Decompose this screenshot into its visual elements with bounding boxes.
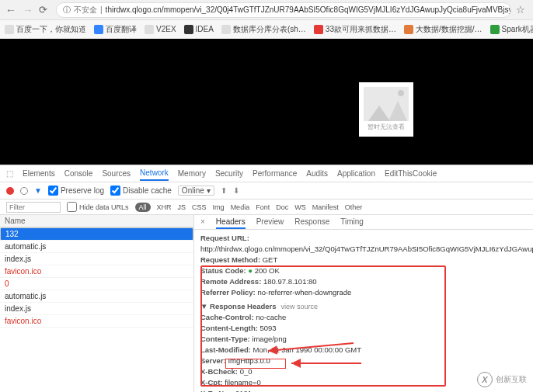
detail-tab-preview[interactable]: Preview (256, 217, 284, 227)
favicon-icon (221, 25, 231, 34)
favicon-icon (94, 25, 103, 34)
filter-type[interactable]: Img (213, 203, 225, 211)
placeholder-text: 暂时无法查看 (364, 123, 409, 131)
tab-console[interactable]: Console (64, 169, 93, 178)
request-row[interactable]: 0 (0, 278, 193, 290)
header-row: Referrer Policy: no-referrer-when-downgr… (200, 287, 527, 298)
address-bar[interactable]: ⓘ 不安全 | thirdwx.qlogo.cn/mmopen/vi_32/Q0… (56, 2, 511, 18)
favicon-icon (314, 25, 323, 34)
request-row[interactable]: index.js (0, 303, 193, 315)
header-row: X-ErrNo: -6101 (200, 388, 527, 392)
filter-type[interactable]: Manifest (312, 203, 339, 211)
favicon-icon (145, 25, 154, 34)
request-row[interactable]: index.js (0, 253, 193, 265)
request-row[interactable]: automatic.js (0, 241, 193, 253)
request-detail: × Headers Preview Response Timing Reques… (194, 215, 533, 392)
record-button[interactable] (6, 187, 14, 195)
watermark: X 创新互联 (477, 372, 527, 387)
header-row: Request URL: http://thirdwx.qlogo.cn/mmo… (200, 233, 527, 255)
header-row: Request Method: GET (200, 255, 527, 265)
tab-security[interactable]: Security (215, 169, 243, 178)
favicon-icon (184, 25, 193, 34)
network-filter-bar: Hide data URLs All XHR JS CSS Img Media … (0, 199, 533, 215)
detail-tabs: × Headers Preview Response Timing (194, 215, 533, 230)
filter-type-all[interactable]: All (135, 203, 151, 212)
network-toolbar: ▼ Preserve log Disable cache Online ▾ ⬆ … (0, 182, 533, 199)
filter-type[interactable]: Doc (276, 203, 288, 211)
tab-elements[interactable]: Elements (23, 169, 55, 178)
tab-application[interactable]: Application (337, 169, 375, 178)
tab-sources[interactable]: Sources (102, 169, 131, 178)
filter-icon[interactable]: ▼ (34, 186, 42, 195)
tab-performance[interactable]: Performance (253, 169, 297, 178)
response-headers-title[interactable]: ▼ Response Headersview source (200, 301, 527, 312)
placeholder-picture-icon (364, 87, 409, 121)
image-placeholder: 暂时无法查看 (359, 82, 413, 137)
header-row: Content-Type: image/png (200, 334, 527, 345)
preserve-log-checkbox[interactable]: Preserve log (48, 186, 104, 196)
header-row: Cache-Control: no-cache (200, 312, 527, 323)
header-row: Last-Modified: Mon, 01 Jan 1990 00:00:00… (200, 345, 527, 356)
reload-button[interactable]: ⟳ (39, 4, 51, 16)
bookmark-item[interactable]: 33款可用来抓数据… (314, 24, 396, 35)
page-content: 暂时无法查看 (0, 39, 533, 165)
watermark-text: 创新互联 (496, 374, 527, 385)
filter-type[interactable]: Media (231, 203, 250, 211)
bookmark-item[interactable]: 大数据/数据挖掘/… (404, 24, 482, 35)
bookmark-item[interactable]: V2EX (145, 25, 176, 34)
header-row: Content-Length: 5093 (200, 323, 527, 334)
hide-data-urls-checkbox[interactable]: Hide data URLs (67, 202, 129, 212)
bookmark-item[interactable]: 数据库分库分表(sh… (221, 24, 306, 35)
detail-tab-timing[interactable]: Timing (340, 217, 364, 227)
request-row[interactable]: automatic.js (0, 290, 193, 303)
disable-cache-checkbox[interactable]: Disable cache (110, 186, 172, 196)
tab-editthiscookie[interactable]: EditThisCookie (385, 169, 437, 178)
tab-memory[interactable]: Memory (178, 169, 206, 178)
insecure-label: 不安全 (74, 5, 97, 16)
info-icon: ⓘ (63, 5, 71, 16)
filter-type[interactable]: XHR (157, 203, 172, 211)
filter-type[interactable]: Font (256, 203, 270, 211)
request-list: Name 132 automatic.js index.js favicon.i… (0, 215, 194, 392)
upload-icon[interactable]: ⬆ (221, 186, 227, 195)
close-detail-button[interactable]: × (200, 217, 205, 227)
devtools-panel: ⬚ Elements Console Sources Network Memor… (0, 165, 533, 392)
request-row[interactable]: favicon.ico (0, 315, 193, 328)
request-row[interactable]: favicon.ico (0, 265, 193, 278)
browser-toolbar: ← → ⟳ ⓘ 不安全 | thirdwx.qlogo.cn/mmopen/vi… (0, 0, 533, 20)
filter-input[interactable] (6, 202, 61, 213)
throttle-select[interactable]: Online ▾ (178, 186, 214, 196)
inspect-icon[interactable]: ⬚ (6, 169, 13, 178)
request-list-header: Name (0, 215, 193, 227)
request-row[interactable]: 132 (0, 227, 193, 241)
bookmark-star-icon[interactable]: ☆ (516, 4, 528, 16)
tab-audits[interactable]: Audits (306, 169, 328, 178)
bookmark-item[interactable]: 百度翻译 (94, 24, 137, 35)
back-button[interactable]: ← (5, 4, 17, 16)
filter-type[interactable]: JS (178, 203, 186, 211)
detail-tab-headers[interactable]: Headers (216, 217, 246, 229)
filter-type[interactable]: Other (345, 203, 363, 211)
bookmark-item[interactable]: Spark机器学习（豆… (490, 24, 533, 35)
download-icon[interactable]: ⬇ (233, 186, 239, 195)
watermark-logo-icon: X (477, 372, 493, 387)
header-row: Status Code: ● 200 OK (200, 265, 527, 276)
favicon-icon (490, 25, 500, 34)
devtools-tabs: ⬚ Elements Console Sources Network Memor… (0, 165, 533, 182)
bookmark-item[interactable]: 百度一下，你就知道 (5, 24, 86, 35)
bookmark-item[interactable]: IDEA (184, 25, 214, 34)
header-row: Server: ImgHttp3.0.0 (200, 356, 527, 366)
favicon-icon (5, 25, 14, 34)
detail-tab-response[interactable]: Response (294, 217, 329, 227)
forward-button[interactable]: → (22, 4, 34, 16)
tab-network[interactable]: Network (140, 168, 169, 181)
url-text: thirdwx.qlogo.cn/mmopen/vi_32/Q0j4TwGTfT… (106, 5, 511, 14)
header-row: Remote Address: 180.97.8.101:80 (200, 276, 527, 287)
filter-type[interactable]: CSS (192, 203, 207, 211)
bookmarks-bar: 百度一下，你就知道 百度翻译 V2EX IDEA 数据库分库分表(sh… 33款… (0, 20, 533, 39)
clear-button[interactable] (20, 187, 28, 195)
favicon-icon (404, 25, 413, 34)
filter-type[interactable]: WS (294, 203, 306, 211)
